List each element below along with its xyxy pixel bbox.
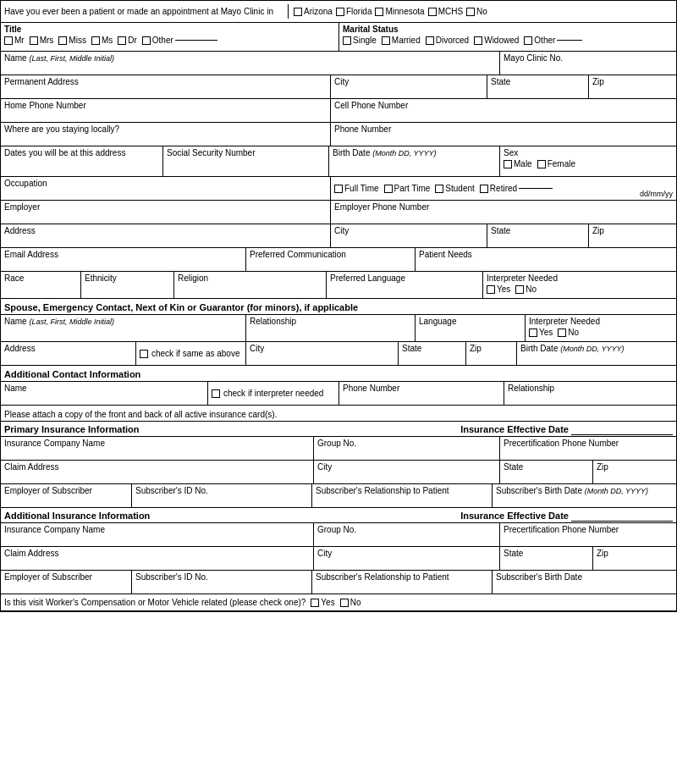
primary-ins-state-label: State bbox=[504, 462, 589, 472]
employer-city-label: City bbox=[334, 226, 483, 235]
other-title-field[interactable] bbox=[175, 40, 217, 41]
spouse-interp-no-checkbox[interactable] bbox=[558, 329, 566, 337]
ssn-label: Social Security Number bbox=[167, 148, 325, 157]
interp-yes-option[interactable]: Yes bbox=[487, 284, 510, 294]
spouse-interpreter-label: Interpreter Needed bbox=[529, 317, 673, 326]
no-option[interactable]: No bbox=[466, 7, 487, 16]
employer-state-label: State bbox=[491, 226, 585, 235]
spouse-language-label: Language bbox=[419, 317, 521, 326]
primary-sub-dob-label: Subscriber's Birth Date (Month DD, YYYY) bbox=[496, 486, 673, 495]
add-ins-group-label: Group No. bbox=[317, 525, 496, 534]
minnesota-option[interactable]: Minnesota bbox=[375, 7, 424, 16]
ms-option[interactable]: Ms bbox=[91, 36, 113, 45]
male-option[interactable]: Male bbox=[504, 159, 532, 168]
fulltime-checkbox[interactable] bbox=[334, 185, 343, 193]
mchs-checkbox[interactable] bbox=[428, 8, 437, 16]
spouse-dob-label: Birth Date (Month DD, YYYY) bbox=[520, 344, 673, 353]
no-checkbox[interactable] bbox=[466, 8, 475, 16]
pref-lang-label: Preferred Language bbox=[330, 273, 479, 283]
married-checkbox[interactable] bbox=[382, 36, 390, 45]
mrs-option[interactable]: Mrs bbox=[30, 36, 54, 45]
add-ins-zip-label: Zip bbox=[597, 549, 673, 558]
arizona-option[interactable]: Arizona bbox=[294, 7, 333, 16]
fulltime-option[interactable]: Full Time bbox=[334, 184, 379, 193]
spouse-state-label: State bbox=[402, 344, 462, 353]
retired-checkbox[interactable] bbox=[480, 185, 488, 193]
spouse-name-label: Name (Last, First, Middle Initial) bbox=[4, 317, 242, 326]
interp-no-option[interactable]: No bbox=[515, 284, 537, 294]
mayo-question-label: Have you ever been a patient or made an … bbox=[4, 7, 284, 16]
single-checkbox[interactable] bbox=[343, 36, 351, 45]
mrs-checkbox[interactable] bbox=[30, 36, 38, 45]
cell-phone-label: Cell Phone Number bbox=[334, 101, 673, 110]
florida-option[interactable]: Florida bbox=[336, 7, 372, 16]
state-label: State bbox=[491, 77, 585, 86]
single-option[interactable]: Single bbox=[343, 36, 377, 45]
other-title-checkbox[interactable] bbox=[142, 36, 151, 45]
add-ins-sub-dob-label: Subscriber's Birth Date bbox=[496, 572, 673, 582]
religion-label: Religion bbox=[178, 273, 322, 283]
dates-label: Dates you will be at this address bbox=[4, 148, 159, 157]
spouse-interp-no-option[interactable]: No bbox=[558, 328, 579, 337]
student-checkbox[interactable] bbox=[435, 185, 443, 193]
primary-claim-label: Claim Address bbox=[4, 462, 310, 472]
primary-employer-label: Employer of Subscriber bbox=[4, 486, 128, 495]
ethnicity-label: Ethnicity bbox=[85, 273, 170, 283]
divorced-checkbox[interactable] bbox=[426, 36, 434, 45]
female-checkbox[interactable] bbox=[537, 160, 546, 168]
worker-comp-yes-option[interactable]: Yes bbox=[311, 598, 334, 607]
male-checkbox[interactable] bbox=[504, 160, 512, 168]
other-marital-checkbox[interactable] bbox=[524, 36, 532, 45]
spouse-interp-yes-option[interactable]: Yes bbox=[529, 328, 553, 337]
miss-option[interactable]: Miss bbox=[58, 36, 86, 45]
parttime-checkbox[interactable] bbox=[384, 185, 393, 193]
widowed-checkbox[interactable] bbox=[474, 36, 482, 45]
other-marital-option[interactable]: Other bbox=[524, 36, 582, 45]
add-contact-name-label: Name bbox=[4, 384, 204, 393]
interpreter-check-checkbox[interactable] bbox=[212, 389, 220, 398]
retired-option[interactable]: Retired bbox=[480, 184, 553, 193]
add-contact-phone-label: Phone Number bbox=[343, 384, 500, 393]
parttime-option[interactable]: Part Time bbox=[384, 184, 431, 193]
miss-checkbox[interactable] bbox=[58, 36, 67, 45]
florida-checkbox[interactable] bbox=[336, 8, 344, 16]
local-phone-label: Phone Number bbox=[334, 124, 673, 134]
mchs-option[interactable]: MCHS bbox=[428, 7, 463, 16]
student-option[interactable]: Student bbox=[435, 184, 474, 193]
primary-sub-id-label: Subscriber's ID No. bbox=[135, 486, 308, 495]
worker-comp-no-option[interactable]: No bbox=[340, 598, 361, 607]
dr-option[interactable]: Dr bbox=[118, 36, 137, 45]
primary-sub-rel-label: Subscriber's Relationship to Patient bbox=[316, 486, 488, 495]
other-title-option[interactable]: Other bbox=[142, 36, 217, 45]
add-contact-relationship-label: Relationship bbox=[508, 384, 673, 393]
other-marital-field[interactable] bbox=[557, 40, 582, 41]
dob-label: Birth Date (Month DD, YYYY) bbox=[333, 148, 496, 157]
spouse-address-label: Address bbox=[4, 344, 132, 353]
add-ins-employer-label: Employer of Subscriber bbox=[4, 572, 128, 582]
spouse-section-header: Spouse, Emergency Contact, Next of Kin o… bbox=[4, 302, 358, 312]
mr-option[interactable]: Mr bbox=[4, 36, 25, 45]
primary-ins-zip-label: Zip bbox=[597, 462, 673, 472]
dr-checkbox[interactable] bbox=[118, 36, 126, 45]
primary-insurance-header: Primary Insurance Information bbox=[4, 424, 140, 434]
worker-comp-yes-checkbox[interactable] bbox=[311, 599, 319, 607]
female-option[interactable]: Female bbox=[537, 159, 575, 168]
occupation-label: Occupation bbox=[4, 179, 327, 188]
patient-needs-label: Patient Needs bbox=[419, 250, 673, 259]
married-option[interactable]: Married bbox=[382, 36, 421, 45]
title-label: Title bbox=[4, 25, 335, 34]
interp-no-checkbox[interactable] bbox=[515, 285, 524, 294]
spouse-interp-yes-checkbox[interactable] bbox=[529, 329, 537, 337]
arizona-checkbox[interactable] bbox=[294, 8, 302, 16]
widowed-option[interactable]: Widowed bbox=[474, 36, 519, 45]
employer-phone-label: Employer Phone Number bbox=[334, 202, 673, 212]
retired-date-field[interactable] bbox=[519, 188, 553, 189]
interp-yes-checkbox[interactable] bbox=[487, 285, 495, 294]
minnesota-checkbox[interactable] bbox=[375, 8, 383, 16]
same-as-above-checkbox[interactable] bbox=[140, 350, 148, 358]
worker-comp-no-checkbox[interactable] bbox=[340, 599, 349, 607]
additional-contact-header: Additional Contact Information bbox=[4, 369, 140, 379]
mr-checkbox[interactable] bbox=[4, 36, 13, 45]
ms-checkbox[interactable] bbox=[91, 36, 100, 45]
divorced-option[interactable]: Divorced bbox=[426, 36, 469, 45]
